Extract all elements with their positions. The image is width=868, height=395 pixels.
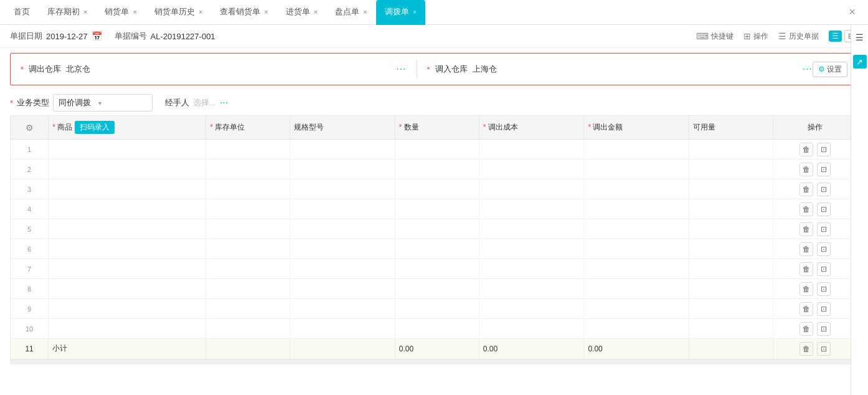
table-gear-icon[interactable]: ⚙ [26,123,34,133]
delete-btn-5[interactable]: 🗑 [800,222,813,236]
amount-cell-3[interactable] [584,179,689,199]
tab-inventory-init-close[interactable]: × [83,8,87,16]
target-warehouse-value[interactable]: 上海仓 [473,64,497,75]
layout-list-btn[interactable]: ☰ [829,31,842,42]
qty-cell-3[interactable] [395,179,479,199]
spec-cell-1[interactable] [290,140,395,159]
tab-inventory-count[interactable]: 盘点单 × [326,0,375,25]
delete-btn-6[interactable]: 🗑 [800,242,813,256]
copy-btn-4[interactable]: ⊡ [817,202,831,216]
copy-btn-10[interactable]: ⊡ [817,322,831,336]
cost-cell-4[interactable] [479,199,584,219]
spec-cell-3[interactable] [290,179,395,199]
goods-cell-3[interactable] [49,179,206,199]
goods-cell-10[interactable] [49,319,206,339]
copy-btn-2[interactable]: ⊡ [817,163,831,176]
copy-btn-5[interactable]: ⊡ [817,222,831,236]
window-close-button[interactable]: × [841,6,863,19]
tab-home[interactable]: 首页 [5,0,39,25]
subtotal-copy-btn[interactable]: ⊡ [817,342,831,356]
amount-cell-8[interactable] [584,279,689,299]
cost-cell-8[interactable] [479,279,584,299]
copy-btn-8[interactable]: ⊡ [817,282,831,296]
tab-transfer-order-close[interactable]: × [413,8,417,16]
goods-cell-4[interactable] [49,199,206,219]
goods-cell-9[interactable] [49,299,206,319]
qty-cell-2[interactable] [395,159,479,179]
business-type-select[interactable]: 同价调拨 ▾ [53,94,153,112]
operations-btn[interactable]: ⊞ 操作 [743,31,768,42]
scan-input-btn[interactable]: 扫码录入 [75,121,115,134]
unit-cell-5[interactable] [206,219,290,239]
right-panel-doc-btn[interactable]: ☰ [852,30,867,45]
right-panel-expand-btn[interactable]: ↗ [853,55,867,69]
cost-cell-9[interactable] [479,299,584,319]
contact-placeholder[interactable]: 选择... [193,97,216,108]
delete-btn-9[interactable]: 🗑 [800,302,813,316]
contact-more-btn[interactable]: ··· [220,97,228,108]
cost-cell-1[interactable] [479,140,584,159]
copy-btn-6[interactable]: ⊡ [817,242,831,256]
goods-cell-8[interactable] [49,279,206,299]
calendar-icon[interactable]: 📅 [92,31,102,41]
qty-cell-8[interactable] [395,279,479,299]
quick-keys-btn[interactable]: ⌨ 快捷键 [696,31,734,42]
source-warehouse-value[interactable]: 北京仓 [66,64,90,75]
goods-cell-7[interactable] [49,259,206,279]
spec-cell-6[interactable] [290,239,395,259]
unit-cell-6[interactable] [206,239,290,259]
history-doc-btn[interactable]: ☰ 历史单据 [778,31,819,42]
delete-btn-4[interactable]: 🗑 [800,202,813,216]
unit-cell-8[interactable] [206,279,290,299]
tab-sales-order-close[interactable]: × [133,8,136,16]
unit-cell-9[interactable] [206,299,290,319]
tab-sales-history-close[interactable]: × [199,8,202,16]
delete-btn-3[interactable]: 🗑 [800,183,813,196]
copy-btn-1[interactable]: ⊡ [817,143,831,156]
copy-btn-3[interactable]: ⊡ [817,183,831,196]
amount-cell-2[interactable] [584,159,689,179]
unit-cell-4[interactable] [206,199,290,219]
source-warehouse-more-btn[interactable]: ··· [396,64,406,75]
goods-cell-5[interactable] [49,219,206,239]
tab-transfer-order[interactable]: 调拨单 × [376,0,425,25]
qty-cell-1[interactable] [395,140,479,159]
amount-cell-4[interactable] [584,199,689,219]
cost-cell-6[interactable] [479,239,584,259]
delete-btn-7[interactable]: 🗑 [800,262,813,276]
qty-cell-10[interactable] [395,319,479,339]
qty-cell-5[interactable] [395,219,479,239]
tab-purchase-order[interactable]: 进货单 × [277,0,326,25]
copy-btn-9[interactable]: ⊡ [817,302,831,316]
spec-cell-7[interactable] [290,259,395,279]
qty-cell-7[interactable] [395,259,479,279]
amount-cell-1[interactable] [584,140,689,159]
amount-cell-5[interactable] [584,219,689,239]
tab-inventory-init[interactable]: 库存期初 × [39,0,96,25]
target-warehouse-more-btn[interactable]: ··· [803,64,813,75]
goods-cell-2[interactable] [49,159,206,179]
cost-cell-5[interactable] [479,219,584,239]
spec-cell-5[interactable] [290,219,395,239]
goods-cell-1[interactable] [49,140,206,159]
spec-cell-8[interactable] [290,279,395,299]
subtotal-delete-btn[interactable]: 🗑 [800,342,813,356]
tab-sales-history[interactable]: 销货单历史 × [146,0,211,25]
amount-cell-10[interactable] [584,319,689,339]
qty-cell-9[interactable] [395,299,479,319]
horizontal-scrollbar[interactable] [10,359,858,364]
tab-sales-order[interactable]: 销货单 × [96,0,145,25]
tab-purchase-order-close[interactable]: × [314,8,318,16]
cost-cell-7[interactable] [479,259,584,279]
unit-cell-2[interactable] [206,159,290,179]
cost-cell-10[interactable] [479,319,584,339]
tab-inventory-count-close[interactable]: × [363,8,367,16]
unit-cell-3[interactable] [206,179,290,199]
unit-cell-10[interactable] [206,319,290,339]
qty-cell-4[interactable] [395,199,479,219]
goods-cell-6[interactable] [49,239,206,259]
delete-btn-10[interactable]: 🗑 [800,322,813,336]
tab-view-sales[interactable]: 查看销货单 × [211,0,276,25]
cost-cell-2[interactable] [479,159,584,179]
unit-cell-7[interactable] [206,259,290,279]
